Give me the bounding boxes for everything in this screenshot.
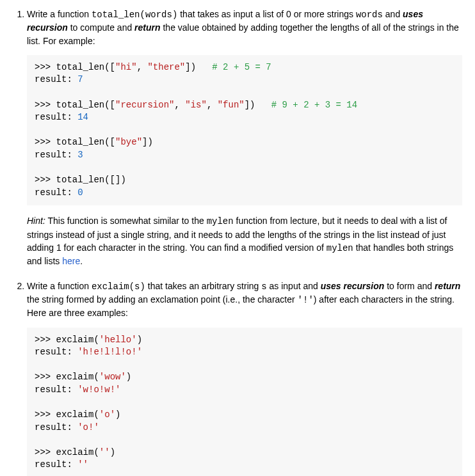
string-literal: "is" <box>185 100 207 110</box>
code-text: result: <box>35 150 77 160</box>
code-text <box>196 62 212 72</box>
string-literal: "fun" <box>218 100 245 110</box>
number-literal: 3 <box>77 150 83 160</box>
code-text: , <box>207 100 218 110</box>
fn-signature: total_len(words) <box>92 10 177 20</box>
code-text: , <box>137 62 148 72</box>
text: as input and <box>267 281 321 291</box>
hint-label: Hint: <box>27 216 45 226</box>
char-literal: '!' <box>298 295 314 305</box>
q1-intro: Write a function total_len(words) that t… <box>27 8 462 47</box>
fn-signature: exclaim(s) <box>92 282 145 292</box>
number-literal: 7 <box>77 74 83 84</box>
link-here[interactable]: here <box>62 256 80 266</box>
code-text: result: <box>35 112 77 122</box>
text: the string formed by adding an exclamati… <box>27 294 298 305</box>
code-text: ) <box>137 335 142 345</box>
string-literal: "hi" <box>115 62 137 72</box>
q1-hint: Hint: This function is somewhat similar … <box>27 214 462 267</box>
number-literal: 14 <box>77 112 88 122</box>
q2-code-block: >>> exclaim('hello') result: 'h!e!l!l!o!… <box>27 328 462 477</box>
text: to form and <box>384 281 435 291</box>
text: Write a function <box>27 281 92 291</box>
string-literal: 'hello' <box>99 335 137 345</box>
emphasis: uses recursion <box>321 281 385 291</box>
text: that takes an arbitrary string <box>145 281 261 291</box>
q2-intro: Write a function exclaim(s) that takes a… <box>27 280 462 320</box>
comment: # 9 + 2 + 3 = 14 <box>271 100 357 110</box>
string-literal: 'o' <box>99 409 115 420</box>
fn-name: mylen <box>326 243 353 253</box>
param-name: words <box>356 10 383 20</box>
q1-code-block: >>> total_len(["hi", "there"]) # 2 + 5 =… <box>27 55 462 206</box>
result-value: 'w!o!w!' <box>77 385 120 395</box>
code-text: >>> total_len([ <box>35 100 115 110</box>
emphasis: return <box>435 281 460 291</box>
text: and <box>383 9 403 19</box>
text: . <box>80 256 83 266</box>
code-text: result: <box>35 74 77 84</box>
code-text: >>> total_len([ <box>35 62 115 72</box>
fn-name: mylen <box>207 216 234 226</box>
code-text: ]) <box>142 137 153 147</box>
string-literal: "there" <box>147 62 185 72</box>
param-name: s <box>261 282 266 292</box>
text: that takes as input a list of 0 or more … <box>177 9 356 19</box>
text: Write a function <box>27 9 92 19</box>
comment: # 2 + 5 = 7 <box>212 62 271 72</box>
code-text: result: <box>35 347 77 357</box>
code-text: ) <box>126 372 131 382</box>
code-text: result: <box>35 422 77 432</box>
string-literal: "recursion" <box>115 100 174 110</box>
code-text: , <box>174 100 185 110</box>
code-text: >>> total_len([ <box>35 137 115 147</box>
emphasis: return <box>134 22 160 33</box>
question-list: Write a function total_len(words) that t… <box>13 8 462 476</box>
string-literal: "bye" <box>115 137 142 147</box>
code-text <box>255 100 271 110</box>
code-text: result: <box>35 187 77 198</box>
code-text: >>> exclaim( <box>35 409 99 420</box>
result-value: 'o!' <box>77 422 99 432</box>
result-value: '' <box>77 459 88 470</box>
code-text: ]) <box>245 100 255 110</box>
code-text: result: <box>35 459 77 470</box>
text: This function is somewhat similar to the <box>45 216 207 226</box>
code-text: >>> exclaim( <box>35 335 99 345</box>
code-text: ) <box>115 409 120 420</box>
number-literal: 0 <box>77 187 83 198</box>
string-literal: '' <box>99 447 110 457</box>
code-text: >>> exclaim( <box>35 372 99 382</box>
code-text: ) <box>110 447 115 457</box>
code-text: result: <box>35 385 77 395</box>
text: to compute and <box>68 22 134 33</box>
code-text: >>> exclaim( <box>35 447 99 457</box>
code-text: >>> total_len([]) <box>35 175 126 185</box>
code-text: ]) <box>185 62 196 72</box>
string-literal: 'wow' <box>99 372 126 382</box>
result-value: 'h!e!l!l!o!' <box>77 347 142 357</box>
question-1: Write a function total_len(words) that t… <box>27 8 462 268</box>
question-2: Write a function exclaim(s) that takes a… <box>27 280 462 476</box>
